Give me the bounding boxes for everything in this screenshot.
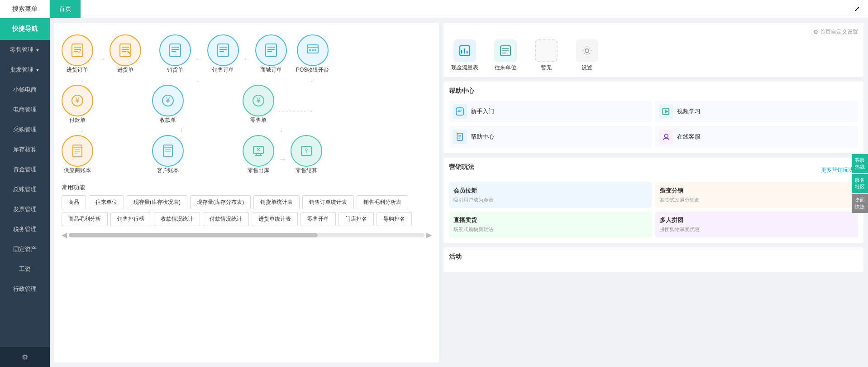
member-title: 会员拉新 <box>453 187 647 195</box>
retail-settle-icon[interactable]: ¥ <box>291 135 322 167</box>
help-doc-icon <box>453 130 467 144</box>
svg-rect-0 <box>72 44 83 57</box>
sidebar-item-ledger[interactable]: 总账管理 <box>0 179 50 199</box>
sidebar-item-admin[interactable]: 行政管理 <box>0 279 50 299</box>
help-item-video[interactable]: 视频学习 <box>655 101 858 122</box>
qa-cashflow[interactable]: 现金流量表 <box>449 39 481 72</box>
home-tab[interactable]: 首页 <box>50 0 81 18</box>
cf-btn-retail-order[interactable]: 零售开单 <box>300 212 336 226</box>
cf-btn-stock1[interactable]: 现存量(库存状况表) <box>127 195 187 209</box>
marketing-live[interactable]: 直播卖货 场景式购物新玩法 <box>449 212 652 237</box>
supplier-ledger-icon[interactable] <box>62 135 93 167</box>
sidebar-item-wholesale[interactable]: 批发管理 ▼ <box>0 60 50 80</box>
help-item-chat[interactable]: 在线客服 <box>655 126 858 148</box>
qa-partners[interactable]: 往来单位 <box>490 39 521 72</box>
header-right: ⤢ <box>850 2 868 16</box>
sidebar-item-invoice[interactable]: 发票管理 <box>0 199 50 219</box>
help-item-beginner[interactable]: 新手入门 <box>449 101 652 122</box>
scroll-left-btn[interactable]: ◀ <box>62 231 67 239</box>
payment-icon[interactable]: ¥ <box>62 85 93 116</box>
sales-order-icon[interactable] <box>207 34 239 66</box>
purchase-order-label: 进货订单 <box>67 66 88 74</box>
sidebar-item-inventory[interactable]: 库存核算 <box>0 140 50 159</box>
mall-order-icon[interactable] <box>255 34 287 66</box>
sidebar-item-assets[interactable]: 固定资产 <box>0 239 50 259</box>
empty-icon <box>535 39 558 62</box>
float-desktop[interactable]: 桌面快捷 <box>852 194 868 213</box>
purchase-icon[interactable] <box>110 34 141 66</box>
retail-settle-label: 零售结算 <box>296 167 317 174</box>
group-title: 多人拼团 <box>660 216 854 224</box>
cf-btn-payment-stat[interactable]: 付款情况统计 <box>203 212 249 226</box>
cashflow-icon <box>453 39 476 62</box>
cf-btn-sales-stat[interactable]: 销货单统计表 <box>253 195 300 209</box>
float-buttons: 客服热线 服务社区 桌面快捷 <box>852 154 868 213</box>
cf-btn-sales-rank[interactable]: 销售排行榜 <box>110 212 151 226</box>
purchase-order-icon[interactable] <box>62 34 93 66</box>
cf-btn-goods-profit[interactable]: 商品毛利分析 <box>62 212 108 226</box>
cf-btn-order-stat[interactable]: 销售订单统计表 <box>302 195 354 209</box>
sidebar-settings-button[interactable]: ⚙ <box>0 347 50 367</box>
cf-btn-purchase-stat[interactable]: 进货单统计表 <box>252 212 298 226</box>
pos-icon[interactable] <box>297 34 329 66</box>
marketing-title: 营销玩法 <box>449 163 474 171</box>
home-settings-btn[interactable]: ⚙ 首页自定义设置 <box>813 28 858 36</box>
main-layout: 快捷导航 零售管理 ▼ 批发管理 ▼ 小畅电商 电商管理 采购管理 库存核算 资… <box>0 18 868 367</box>
partners-label: 往来单位 <box>495 64 516 72</box>
svg-rect-22 <box>309 49 311 51</box>
cf-btn-partners[interactable]: 往来单位 <box>89 195 124 209</box>
sidebar-item-salary[interactable]: 工资 <box>0 259 50 279</box>
marketing-grid: 会员拉新 吸引用户成为会员 裂变分销 裂变式发展分销商 直播卖货 场景式购物新玩… <box>449 182 858 237</box>
svg-text:¥: ¥ <box>304 147 308 155</box>
help-item-center[interactable]: 帮助中心 <box>449 126 652 148</box>
cf-btn-profit-analysis[interactable]: 销售毛利分析表 <box>357 195 408 209</box>
float-community[interactable]: 服务社区 <box>852 174 868 193</box>
receipt-icon[interactable]: ¥ <box>152 85 184 116</box>
cf-btn-store-rank[interactable]: 门店排名 <box>339 212 374 226</box>
sales-icon[interactable] <box>159 34 191 66</box>
flow-node-mall-order: 商城订单 <box>255 34 287 74</box>
cf-btn-receipt-stat[interactable]: 收款情况统计 <box>154 212 200 226</box>
sidebar-item-finance[interactable]: 资金管理 <box>0 159 50 179</box>
content-area: 进货订单 → 进货单 <box>50 18 868 367</box>
sidebar-item-ecommerce-small[interactable]: 小畅电商 <box>0 80 50 100</box>
fullscreen-button[interactable]: ⤢ <box>850 2 863 16</box>
customer-ledger-icon[interactable] <box>152 135 184 167</box>
svg-rect-16 <box>266 44 277 57</box>
sales-order-label: 销售订单 <box>212 66 234 74</box>
sidebar: 快捷导航 零售管理 ▼ 批发管理 ▼ 小畅电商 电商管理 采购管理 库存核算 资… <box>0 18 50 367</box>
purchase-label: 进货单 <box>117 66 134 74</box>
retail-out-icon[interactable] <box>243 135 274 167</box>
search-menu-button[interactable]: 搜索菜单 <box>0 0 50 18</box>
retail-icon[interactable]: ¥ <box>243 85 274 116</box>
pos-label: POS收银开台 <box>296 66 329 74</box>
flow-node-sales: 销货单 <box>159 34 191 74</box>
flow-node-purchase: 进货单 <box>110 34 141 74</box>
flow-node-customer-ledger: 客户账本 <box>152 135 184 174</box>
scroll-right-btn[interactable]: ▶ <box>426 231 432 239</box>
qa-settings[interactable]: 设置 <box>571 39 603 72</box>
cf-btn-stock2[interactable]: 现存量(库存分布表) <box>190 195 251 209</box>
receipt-label: 收款单 <box>160 116 176 124</box>
quick-access-items: 现金流量表 往来单位 暂无 <box>449 39 603 72</box>
sidebar-item-tax[interactable]: 税务管理 <box>0 219 50 239</box>
marketing-member[interactable]: 会员拉新 吸引用户成为会员 <box>449 182 652 208</box>
marketing-group[interactable]: 多人拼团 拼团购物享受优惠 <box>655 212 858 237</box>
marketing-fission[interactable]: 裂变分销 裂变式发展分销商 <box>655 182 858 208</box>
cf-btn-goods[interactable]: 商品 <box>62 195 86 209</box>
svg-point-51 <box>585 49 589 53</box>
video-label: 视频学习 <box>677 107 701 116</box>
flow-diagram: 进货订单 → 进货单 <box>62 30 432 179</box>
cf-btn-guide-rank[interactable]: 导购排名 <box>377 212 412 226</box>
sidebar-item-ecommerce[interactable]: 电商管理 <box>0 100 50 120</box>
settings-label: 设置 <box>582 64 592 72</box>
svg-text:¥: ¥ <box>166 97 170 104</box>
flow-node-payment: ¥ 付款单 <box>62 85 93 124</box>
chat-icon <box>659 130 673 144</box>
flow-node-retail-out: 零售出库 <box>243 135 274 174</box>
cashflow-label: 现金流量表 <box>451 64 478 72</box>
header: 搜索菜单 首页 ⤢ <box>0 0 868 18</box>
sidebar-item-retail[interactable]: 零售管理 ▼ <box>0 40 50 60</box>
sidebar-item-purchase[interactable]: 采购管理 <box>0 120 50 140</box>
float-customer-service[interactable]: 客服热线 <box>852 154 868 173</box>
